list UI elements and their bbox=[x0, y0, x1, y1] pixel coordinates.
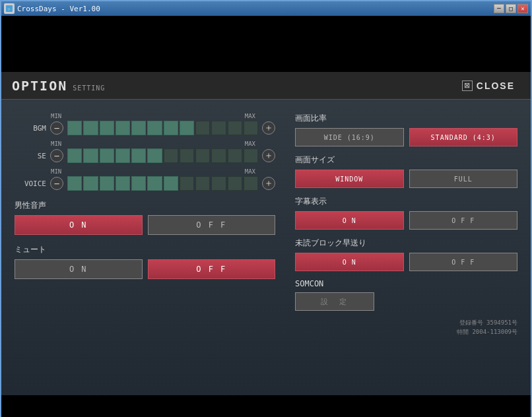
slider-segment bbox=[147, 176, 162, 191]
slider-segment bbox=[228, 148, 242, 163]
slider-segment bbox=[116, 121, 130, 135]
slider-segment bbox=[67, 121, 82, 135]
content-panel: OPTION SETTING ⊠ CLOSE MIN MAX bbox=[1, 72, 531, 343]
bgm-slider-track[interactable] bbox=[67, 121, 258, 135]
se-max-label: MAX bbox=[245, 141, 255, 147]
window-size-button[interactable]: WINDOW bbox=[295, 170, 404, 188]
slider-segment bbox=[180, 148, 194, 163]
slider-segment bbox=[131, 121, 146, 135]
slider-segment bbox=[147, 148, 162, 163]
male-voice-on-button[interactable]: O N bbox=[15, 215, 143, 235]
slider-segment bbox=[67, 176, 82, 191]
window-close-button[interactable]: ✕ bbox=[517, 4, 528, 13]
left-column: MIN MAX BGM − ＋ MIN bbox=[15, 113, 275, 337]
se-plus-button[interactable]: ＋ bbox=[262, 149, 275, 162]
bgm-plus-button[interactable]: ＋ bbox=[262, 121, 275, 135]
slider-segment bbox=[228, 121, 242, 135]
voice-minus-button[interactable]: − bbox=[50, 177, 63, 190]
slider-segment bbox=[180, 176, 194, 191]
slider-segment bbox=[195, 176, 210, 191]
unread-off-button[interactable]: O F F bbox=[409, 253, 518, 271]
mute-label: ミュート bbox=[15, 244, 275, 255]
slider-segment bbox=[180, 121, 194, 135]
footer-line2: 特開 2004-113009号 bbox=[295, 328, 517, 337]
voice-slider-track[interactable] bbox=[67, 176, 258, 191]
slider-segment bbox=[131, 176, 146, 191]
voice-labels: MIN MAX bbox=[51, 168, 255, 175]
window-icon: ☆ bbox=[4, 3, 15, 14]
bgm-max-label: MAX bbox=[245, 113, 255, 119]
voice-min-label: MIN bbox=[51, 168, 61, 175]
unread-label: 未読ブロック早送り bbox=[295, 238, 517, 249]
somcon-settings-button[interactable]: 設 定 bbox=[295, 292, 374, 311]
slider-segment bbox=[244, 148, 258, 163]
unread-on-button[interactable]: O N bbox=[295, 253, 404, 271]
settings-body: MIN MAX BGM − ＋ MIN bbox=[1, 100, 531, 343]
bottom-black-area bbox=[1, 395, 531, 417]
full-size-button[interactable]: FULL bbox=[409, 170, 518, 188]
voice-group: MIN MAX VOICE − ＋ bbox=[15, 168, 275, 191]
slider-segment bbox=[164, 176, 178, 191]
se-min-label: MIN bbox=[51, 141, 61, 147]
window-title: CrossDays - Ver1.00 bbox=[17, 5, 491, 13]
screen-ratio-label: 画面比率 bbox=[295, 113, 517, 124]
bgm-minus-button[interactable]: − bbox=[50, 121, 63, 135]
voice-label: VOICE bbox=[15, 179, 46, 188]
standard-ratio-button[interactable]: STANDARD (4:3) bbox=[409, 128, 518, 146]
subtitle-section: 字幕表示 O N O F F bbox=[295, 196, 517, 230]
maximize-button[interactable]: □ bbox=[506, 4, 516, 13]
male-voice-label: 男性音声 bbox=[15, 200, 275, 211]
slider-segment bbox=[131, 148, 146, 163]
main-content: OPTION SETTING ⊠ CLOSE MIN MAX bbox=[1, 72, 531, 395]
footer-line1: 登録番号 3594951号 bbox=[295, 319, 517, 328]
slider-segment bbox=[83, 121, 98, 135]
slider-segment bbox=[244, 121, 258, 135]
slider-segment bbox=[100, 121, 114, 135]
subtitle-off-button[interactable]: O F F bbox=[409, 211, 518, 230]
bgm-group: MIN MAX BGM − ＋ bbox=[15, 113, 275, 135]
screen-ratio-section: 画面比率 WIDE (16:9) STANDARD (4:3) bbox=[295, 113, 517, 146]
slider-segment bbox=[195, 148, 210, 163]
option-title-group: OPTION SETTING bbox=[12, 78, 105, 94]
voice-max-label: MAX bbox=[245, 168, 255, 175]
slider-segment bbox=[195, 121, 210, 135]
close-button[interactable]: ⊠ CLOSE bbox=[457, 78, 520, 94]
bgm-label: BGM bbox=[15, 124, 46, 133]
se-minus-button[interactable]: − bbox=[50, 149, 63, 162]
mute-off-button[interactable]: O F F bbox=[148, 259, 276, 279]
slider-segment bbox=[211, 121, 226, 135]
footer: 登録番号 3594951号 特開 2004-113009号 bbox=[295, 319, 517, 337]
slider-segment bbox=[67, 148, 82, 163]
subtitle-label: 字幕表示 bbox=[295, 196, 517, 207]
screen-size-section: 画面サイズ WINDOW FULL bbox=[295, 154, 517, 188]
window: ☆ CrossDays - Ver1.00 ─ □ ✕ OPTION SETTI… bbox=[0, 0, 532, 417]
minimize-button[interactable]: ─ bbox=[494, 4, 504, 13]
screen-size-row: WINDOW FULL bbox=[295, 170, 517, 188]
se-group: MIN MAX SE − ＋ bbox=[15, 141, 275, 163]
unread-section: 未読ブロック早送り O N O F F bbox=[295, 238, 517, 271]
wide-ratio-button[interactable]: WIDE (16:9) bbox=[295, 128, 404, 146]
slider-segment bbox=[211, 148, 226, 163]
slider-segment bbox=[116, 176, 130, 191]
svg-text:☆: ☆ bbox=[7, 6, 11, 12]
slider-segment bbox=[244, 176, 258, 191]
se-slider-track[interactable] bbox=[67, 148, 258, 163]
slider-segment bbox=[100, 148, 114, 163]
somcon-section: SOMCON 設 定 bbox=[295, 279, 517, 311]
mute-on-button[interactable]: O N bbox=[15, 259, 143, 279]
bgm-min-label: MIN bbox=[51, 113, 61, 119]
unread-row: O N O F F bbox=[295, 253, 517, 271]
option-header: OPTION SETTING ⊠ CLOSE bbox=[1, 72, 531, 100]
slider-segment bbox=[147, 121, 162, 135]
slider-segment bbox=[83, 148, 98, 163]
slider-segment bbox=[100, 176, 114, 191]
male-voice-off-button[interactable]: O F F bbox=[148, 215, 276, 235]
subtitle-on-button[interactable]: O N bbox=[295, 211, 404, 230]
option-subtitle: SETTING bbox=[73, 84, 105, 92]
somcon-label: SOMCON bbox=[295, 279, 517, 288]
close-label: CLOSE bbox=[477, 80, 515, 91]
screen-size-label: 画面サイズ bbox=[295, 154, 517, 166]
title-bar: ☆ CrossDays - Ver1.00 ─ □ ✕ bbox=[1, 1, 531, 16]
voice-plus-button[interactable]: ＋ bbox=[262, 177, 275, 190]
top-black-area bbox=[1, 16, 531, 72]
